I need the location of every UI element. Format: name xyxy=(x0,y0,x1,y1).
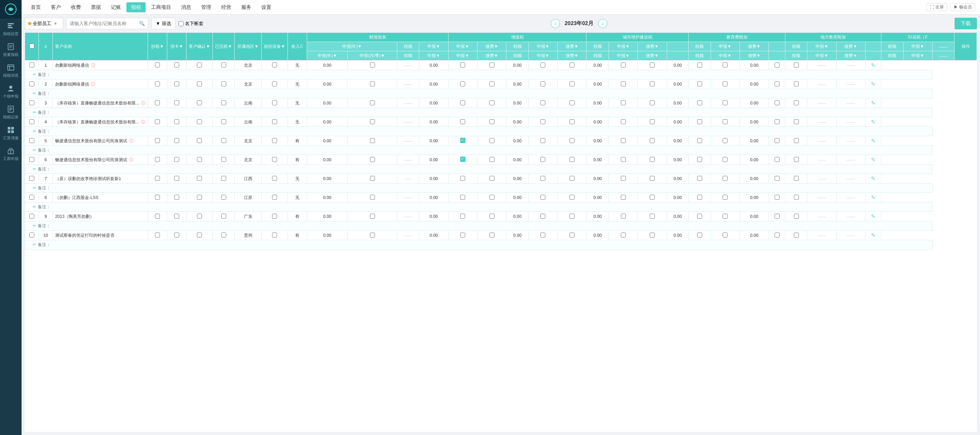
cell-checkbox[interactable] xyxy=(570,138,575,143)
cell-checkbox[interactable] xyxy=(723,214,728,219)
cell-checkbox[interactable] xyxy=(621,233,626,238)
cell-checkbox[interactable] xyxy=(197,176,202,181)
cell-checkbox[interactable] xyxy=(775,138,780,143)
cell-checkbox[interactable] xyxy=(460,81,465,86)
sidebar-item-record[interactable]: 报税记录 xyxy=(0,102,22,123)
cell-checkbox[interactable] xyxy=(570,119,575,124)
cell-checkbox[interactable] xyxy=(650,138,655,143)
cell-checkbox[interactable] xyxy=(775,100,780,105)
cell-checkbox[interactable] xyxy=(775,176,780,181)
cell-checkbox[interactable] xyxy=(775,62,780,67)
nav-client[interactable]: 客户 xyxy=(46,2,66,12)
sidebar-item-piliang[interactable]: 批量报税 xyxy=(0,39,22,60)
cell-checkbox[interactable] xyxy=(174,233,179,238)
cell-checkbox[interactable] xyxy=(794,138,799,143)
cell-checkbox[interactable] xyxy=(460,119,465,124)
nav-tax[interactable]: 报税 xyxy=(126,2,146,12)
cell-checkbox[interactable] xyxy=(540,62,545,67)
nav-operation[interactable]: 经营 xyxy=(217,2,236,12)
cell-checkbox[interactable] xyxy=(723,81,728,86)
cell-checkbox[interactable] xyxy=(489,195,494,200)
cell-checkbox[interactable] xyxy=(155,233,160,238)
cell-checkbox[interactable] xyxy=(621,81,626,86)
cell-checkbox[interactable] xyxy=(540,176,545,181)
cell-checkbox[interactable] xyxy=(697,195,702,200)
cell-checkbox[interactable] xyxy=(174,81,179,86)
cell-checkbox[interactable] xyxy=(272,119,277,124)
sidebar-item-baoshuishezhi[interactable]: 报税设置 xyxy=(0,19,22,39)
cell-checkbox[interactable] xyxy=(272,195,277,200)
cell-checkbox[interactable] xyxy=(221,214,226,219)
named-list-checkbox[interactable] xyxy=(178,21,183,26)
cell-checkbox[interactable] xyxy=(697,119,702,124)
cell-checkbox[interactable] xyxy=(723,233,728,238)
nav-home[interactable]: 首页 xyxy=(26,2,45,12)
cell-checkbox[interactable] xyxy=(197,119,202,124)
nav-bookkeeping[interactable]: 记账 xyxy=(106,2,126,12)
cell-checkbox[interactable] xyxy=(155,176,160,181)
cell-checkbox[interactable] xyxy=(155,100,160,105)
cell-checkbox[interactable] xyxy=(197,81,202,86)
cell-checkbox[interactable] xyxy=(272,81,277,86)
cell-checkbox[interactable] xyxy=(570,100,575,105)
nav-billing[interactable]: 收费 xyxy=(66,2,86,12)
edit-icon[interactable]: ✎ xyxy=(871,81,876,87)
cell-checkbox[interactable] xyxy=(621,176,626,181)
cell-checkbox[interactable] xyxy=(197,100,202,105)
row-select-checkbox[interactable] xyxy=(29,100,34,105)
cell-checkbox[interactable] xyxy=(570,176,575,181)
cell-checkbox[interactable] xyxy=(370,176,375,181)
cell-checkbox[interactable] xyxy=(621,214,626,219)
cell-checkbox[interactable] xyxy=(775,157,780,162)
cell-checkbox[interactable] xyxy=(174,214,179,219)
member-button[interactable]: ▶ 畅会员 xyxy=(950,3,975,11)
edit-icon[interactable]: ✎ xyxy=(871,213,876,219)
cell-checkbox[interactable] xyxy=(197,138,202,143)
cell-checkbox[interactable] xyxy=(489,176,494,181)
sidebar-item-annual[interactable]: 汇算清缴 xyxy=(0,123,22,143)
cell-checkbox[interactable] xyxy=(370,62,375,67)
cell-checkbox[interactable] xyxy=(489,138,494,143)
cell-checkbox[interactable] xyxy=(174,62,179,67)
cell-checkbox[interactable] xyxy=(370,119,375,124)
search-icon[interactable]: 🔍 xyxy=(139,21,145,26)
prev-month-button[interactable]: ‹ xyxy=(551,19,560,28)
cell-checkbox[interactable] xyxy=(570,233,575,238)
cell-checkbox[interactable] xyxy=(155,119,160,124)
cell-checkbox[interactable] xyxy=(775,233,780,238)
cell-checkbox[interactable] xyxy=(174,157,179,162)
cell-checkbox[interactable] xyxy=(197,233,202,238)
cell-checkbox[interactable] xyxy=(272,176,277,181)
nav-message[interactable]: 消息 xyxy=(177,2,196,12)
cell-checkbox[interactable] xyxy=(621,100,626,105)
cell-checkbox[interactable] xyxy=(540,81,545,86)
cell-checkbox[interactable] xyxy=(370,157,375,162)
cell-checkbox[interactable] xyxy=(197,157,202,162)
cell-checkbox[interactable] xyxy=(370,100,375,105)
cell-checkbox[interactable] xyxy=(221,195,226,200)
row-select-checkbox[interactable] xyxy=(29,62,34,67)
cell-checkbox[interactable] xyxy=(155,138,160,143)
cell-checkbox[interactable] xyxy=(697,233,702,238)
nav-service[interactable]: 服务 xyxy=(237,2,256,12)
row-select-checkbox[interactable] xyxy=(29,195,34,200)
filter-button[interactable]: ▼ 筛选 xyxy=(151,18,175,29)
sidebar-item-browse[interactable]: 报税浏览 xyxy=(0,60,22,81)
cell-checkbox[interactable] xyxy=(174,176,179,181)
cell-checkbox[interactable] xyxy=(621,138,626,143)
cell-checkbox[interactable] xyxy=(794,100,799,105)
cell-checkbox[interactable] xyxy=(489,233,494,238)
fullscreen-button[interactable]: ⛶ 全屏 xyxy=(926,3,947,11)
next-month-button[interactable]: › xyxy=(598,19,607,28)
cell-checkbox[interactable] xyxy=(174,138,179,143)
cell-checkbox[interactable] xyxy=(650,157,655,162)
cell-checkbox[interactable] xyxy=(272,157,277,162)
cell-checkbox[interactable] xyxy=(621,62,626,67)
cell-checkbox[interactable] xyxy=(197,214,202,219)
cell-checkbox[interactable] xyxy=(570,195,575,200)
cell-checkbox[interactable] xyxy=(370,195,375,200)
cell-checkbox[interactable] xyxy=(775,119,780,124)
cell-checkbox[interactable] xyxy=(697,138,702,143)
cell-checkbox[interactable] xyxy=(540,100,545,105)
cell-checkbox[interactable] xyxy=(540,119,545,124)
